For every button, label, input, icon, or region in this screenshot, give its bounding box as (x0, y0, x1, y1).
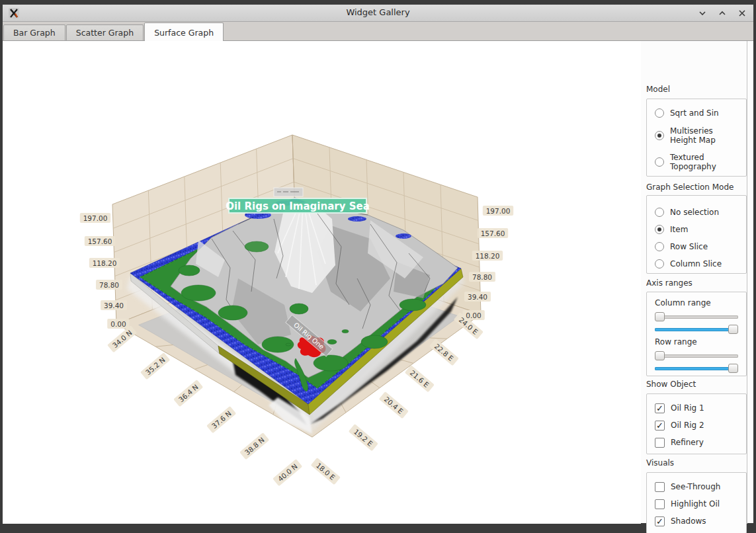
radio-icon[interactable] (655, 242, 664, 251)
checkbox-see-through[interactable]: ✓ See-Through (647, 478, 746, 495)
axis-tick-label: 22.8 E (429, 339, 459, 366)
axis-tick-label: 34.0 N (107, 325, 137, 352)
svg-text:78.80: 78.80 (472, 273, 492, 281)
radio-icon[interactable] (655, 108, 664, 118)
axis-tick-label: 78.80 (96, 280, 122, 290)
maximize-button[interactable] (718, 9, 727, 18)
svg-text:0.00: 0.00 (466, 311, 481, 319)
row-range-max-slider[interactable] (655, 362, 738, 375)
axis-tick-label: 78.80 (469, 272, 495, 282)
checkbox-icon[interactable]: ✓ (655, 499, 665, 509)
slider-handle[interactable] (655, 312, 665, 321)
slider-groove[interactable] (655, 315, 738, 319)
svg-text:197.00: 197.00 (486, 207, 511, 215)
radio-icon[interactable] (655, 157, 664, 167)
radio-icon[interactable] (655, 208, 664, 217)
svg-text:118.20: 118.20 (476, 252, 500, 260)
show-object-section-label: Show Object (646, 380, 696, 389)
hidden-item-label (274, 188, 303, 196)
checkbox-icon[interactable]: ✓ (655, 403, 665, 413)
row-range-label: Row range (647, 337, 746, 350)
svg-text:37.6 N: 37.6 N (210, 409, 233, 430)
svg-text:118.20: 118.20 (93, 259, 117, 267)
selection-mode-section-label: Graph Selection Mode (646, 183, 734, 192)
svg-text:157.60: 157.60 (481, 229, 505, 237)
axis-tick-label: 18.0 E (311, 458, 341, 485)
minimize-button[interactable] (698, 9, 707, 18)
radio-icon[interactable] (655, 259, 664, 268)
checkbox-icon[interactable]: ✓ (655, 438, 665, 448)
control-panel: Model Sqrt and Sin Multiseries Height Ma… (644, 41, 747, 524)
axis-tick-label: 40.0 N (273, 459, 302, 486)
axis-tick-label: 197.00 (80, 213, 110, 223)
close-button[interactable] (737, 9, 747, 18)
axis-tick-label: 0.00 (107, 319, 130, 329)
svg-text:0.00: 0.00 (110, 320, 126, 328)
model-section-label: Model (646, 85, 670, 94)
tab-scatter-graph[interactable]: Scatter Graph (66, 24, 144, 40)
svg-text:38.8 N: 38.8 N (243, 436, 266, 456)
axis-tick-label: 37.6 N (206, 406, 236, 433)
radio-row-slice[interactable]: Row Slice (647, 238, 746, 255)
selection-mode-group: No selection Item Row Slice Column Slice (646, 195, 747, 274)
radio-item[interactable]: Item (647, 221, 746, 238)
title-bar[interactable]: Widget Gallery (3, 5, 753, 22)
checkbox-icon[interactable]: ✓ (655, 482, 665, 492)
axis-tick-label: 118.20 (472, 251, 503, 261)
radio-textured-topography[interactable]: Textured Topography (647, 150, 746, 174)
row-range-min-slider[interactable] (655, 350, 738, 362)
svg-text:40.0 N: 40.0 N (276, 462, 299, 483)
surface-graph-view[interactable]: Oil Rigs on Imaginary Sea Oil Rig One 19… (3, 41, 641, 524)
application-window: Widget Gallery Bar Graph Scatter Graph S… (0, 0, 756, 533)
axis-tick-label: 39.40 (101, 300, 127, 310)
slider-groove[interactable] (655, 367, 738, 370)
axis-tick-label: 21.6 E (405, 365, 435, 392)
slider-handle[interactable] (655, 351, 665, 360)
svg-text:34.0 N: 34.0 N (111, 329, 134, 349)
checkbox-icon[interactable]: ✓ (655, 421, 665, 430)
axis-tick-label: 157.60 (85, 236, 115, 246)
radio-multiseries-height-map[interactable]: Multiseries Height Map (647, 124, 746, 147)
checkbox-icon[interactable]: ✓ (655, 516, 665, 526)
axis-tick-label: 157.60 (478, 228, 508, 238)
slider-handle[interactable] (728, 325, 738, 334)
visuals-section-label: Visuals (646, 458, 674, 468)
tab-surface-graph[interactable]: Surface Graph (144, 22, 224, 41)
axis-tick-label: 39.40 (464, 292, 491, 302)
axis-tick-label: 19.2 E (349, 424, 378, 451)
axis-tick-label: 118.20 (89, 258, 120, 268)
axis-tick-label: 197.00 (483, 206, 513, 216)
axis-tick-label: 35.2 N (140, 352, 170, 380)
chart-title: Oil Rigs on Imaginary Sea (226, 198, 370, 213)
checkbox-highlight-oil[interactable]: ✓ Highlight Oil (647, 495, 746, 512)
svg-text:197.00: 197.00 (83, 214, 108, 222)
radio-no-selection[interactable]: No selection (647, 204, 746, 221)
svg-text:Oil Rigs on Imaginary Sea: Oil Rigs on Imaginary Sea (226, 200, 370, 212)
axis-tick-label: 20.4 E (379, 391, 409, 419)
column-range-min-slider[interactable] (655, 311, 738, 323)
axis-ranges-section-label: Axis ranges (646, 278, 693, 288)
svg-text:39.40: 39.40 (468, 293, 487, 301)
slider-handle[interactable] (728, 364, 738, 373)
visuals-group: ✓ See-Through ✓ Highlight Oil ✓ Shadows (646, 472, 747, 533)
column-range-max-slider[interactable] (655, 323, 738, 336)
radio-icon[interactable] (655, 131, 664, 140)
checkbox-refinery[interactable]: ✓ Refinery (647, 434, 746, 451)
radio-column-slice[interactable]: Column Slice (647, 255, 746, 272)
svg-text:39.40: 39.40 (104, 302, 124, 309)
radio-icon[interactable] (655, 225, 664, 234)
svg-text:35.2 N: 35.2 N (144, 356, 167, 376)
axis-ranges-group: Column range Row range (646, 292, 747, 376)
slider-groove[interactable] (655, 328, 738, 331)
tab-bar-graph[interactable]: Bar Graph (3, 24, 65, 40)
svg-text:36.4 N: 36.4 N (177, 383, 200, 403)
checkbox-oil-rig-1[interactable]: ✓ Oil Rig 1 (647, 399, 746, 417)
svg-text:78.80: 78.80 (99, 281, 119, 289)
slider-groove[interactable] (655, 354, 738, 358)
checkbox-oil-rig-2[interactable]: ✓ Oil Rig 2 (647, 417, 746, 434)
checkbox-shadows[interactable]: ✓ Shadows (647, 512, 746, 530)
radio-sqrt-and-sin[interactable]: Sqrt and Sin (647, 104, 746, 122)
axis-tick-label: 38.8 N (239, 432, 269, 460)
model-group: Sqrt and Sin Multiseries Height Map Text… (646, 99, 747, 177)
show-object-group: ✓ Oil Rig 1 ✓ Oil Rig 2 ✓ Refinery (646, 393, 747, 454)
